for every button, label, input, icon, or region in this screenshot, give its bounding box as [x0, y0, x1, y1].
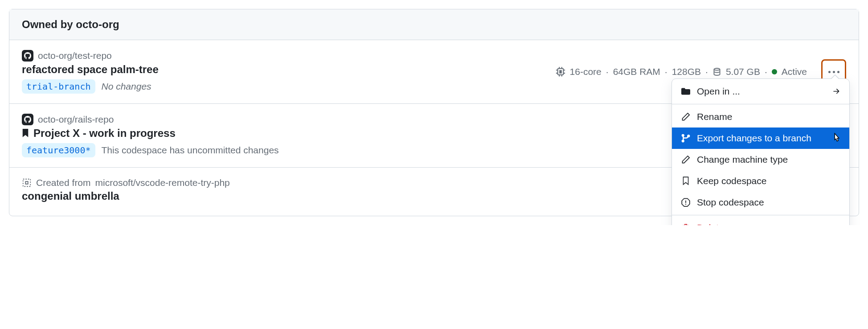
menu-label: Rename — [697, 111, 732, 122]
disk-spec: 128GB — [672, 66, 701, 77]
status-dot-active — [772, 69, 777, 74]
trash-icon — [681, 223, 691, 225]
git-branch-icon — [681, 134, 691, 143]
menu-divider — [672, 215, 849, 215]
cpu-spec: 16-core — [570, 66, 602, 77]
branch-line: trial-branch No changes — [22, 79, 556, 94]
row-left: octo-org/test-repo refactored space palm… — [22, 50, 556, 94]
panel-title: Owned by octo-org — [22, 18, 119, 30]
pencil-icon — [681, 155, 691, 164]
status-note: This codespace has uncommitted changes — [102, 145, 279, 156]
repo-name[interactable]: octo-org/rails-repo — [38, 114, 114, 125]
title-text: congenial umbrella — [22, 190, 119, 202]
actions-dropdown: Open in ... Rename Export changes to a b… — [671, 78, 850, 225]
storage-size: 5.07 GB — [726, 66, 760, 77]
menu-label: Export changes to a branch — [697, 133, 811, 144]
menu-export-branch[interactable]: Export changes to a branch — [672, 127, 849, 149]
repo-line: octo-org/rails-repo — [22, 114, 699, 125]
branch-line: feature3000* This codespace has uncommit… — [22, 143, 699, 157]
menu-label: Keep codespace — [697, 176, 766, 186]
bookmark-icon — [681, 177, 691, 185]
menu-label: Open in ... — [697, 86, 740, 97]
title-text: Project X - work in progress — [33, 127, 176, 140]
repo-line: Created from microsoft/vscode-remote-try… — [22, 177, 709, 188]
separator: · — [765, 66, 767, 77]
menu-label: Stop codespace — [697, 197, 764, 208]
menu-open-in[interactable]: Open in ... — [672, 81, 849, 102]
codespace-title[interactable]: Project X - work in progress — [22, 127, 699, 140]
database-icon — [712, 67, 721, 76]
row-left: octo-org/rails-repo Project X - work in … — [22, 114, 699, 157]
pencil-icon — [681, 112, 691, 121]
menu-stop-codespace[interactable]: Stop codespace — [672, 192, 849, 213]
menu-delete[interactable]: Delete — [672, 217, 849, 225]
status-note: No changes — [102, 81, 151, 92]
cursor-pointer-icon — [831, 132, 842, 144]
repo-name[interactable]: microsoft/vscode-remote-try-php — [95, 177, 230, 188]
row-left: Created from microsoft/vscode-remote-try… — [22, 177, 709, 206]
kebab-icon — [828, 71, 839, 73]
repo-line: octo-org/test-repo — [22, 50, 556, 62]
menu-change-machine[interactable]: Change machine type — [672, 149, 849, 170]
ram-spec: 64GB RAM — [613, 66, 660, 77]
arrow-right-icon — [832, 87, 840, 95]
menu-divider — [672, 104, 849, 104]
org-avatar — [22, 50, 33, 62]
template-icon — [22, 178, 32, 188]
separator: · — [705, 66, 708, 77]
org-avatar — [22, 114, 33, 125]
repo-prefix: Created from — [36, 177, 91, 188]
svg-point-1 — [685, 204, 686, 205]
bookmark-fill-icon — [22, 129, 29, 138]
branch-pill[interactable]: feature3000* — [22, 143, 95, 157]
repo-name[interactable]: octo-org/test-repo — [38, 50, 112, 61]
menu-label: Change machine type — [697, 154, 788, 165]
separator: · — [606, 66, 609, 77]
codespace-row: octo-org/test-repo refactored space palm… — [9, 40, 859, 104]
codespaces-panel: Owned by octo-org octo-org/test-repo ref… — [9, 9, 859, 216]
codespace-title[interactable]: refactored space palm-tree — [22, 63, 556, 76]
title-text: refactored space palm-tree — [22, 63, 159, 76]
folder-icon — [681, 87, 691, 96]
separator: · — [665, 66, 667, 77]
stop-icon — [681, 198, 691, 207]
menu-label: Delete — [697, 222, 724, 225]
panel-header: Owned by octo-org — [9, 9, 859, 40]
menu-rename[interactable]: Rename — [672, 106, 849, 127]
codespace-title[interactable]: congenial umbrella — [22, 190, 709, 202]
menu-keep-codespace[interactable]: Keep codespace — [672, 170, 849, 192]
branch-pill[interactable]: trial-branch — [22, 79, 95, 94]
cpu-icon — [556, 67, 565, 77]
status-label: Active — [782, 66, 807, 77]
